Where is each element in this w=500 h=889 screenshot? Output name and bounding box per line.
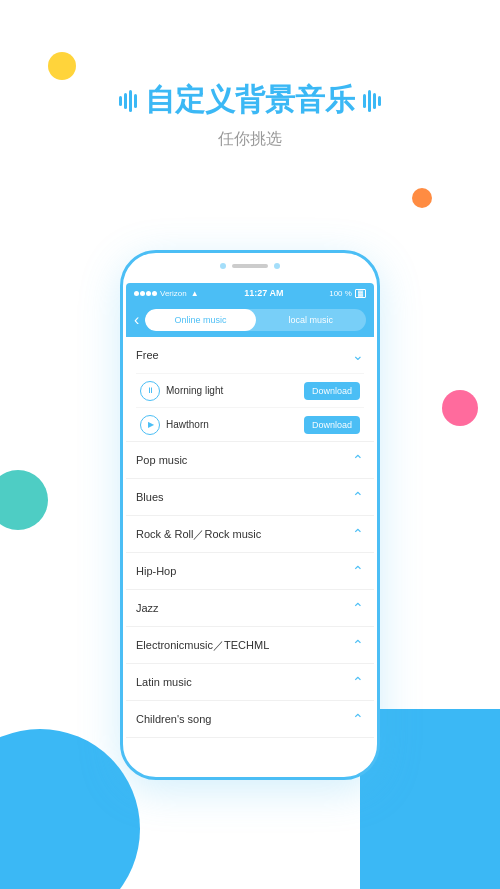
category-children: Children's song⌃ — [126, 701, 374, 738]
back-button[interactable]: ‹ — [134, 311, 139, 329]
wave-left-icon — [119, 90, 137, 112]
tab-online-music[interactable]: Online music — [145, 309, 255, 331]
deco-blue-rect — [360, 709, 500, 889]
status-bar: Verizon ▲ 11:27 AM 100 % ▓ — [126, 283, 374, 303]
chevron-icon-hiphop: ⌃ — [352, 563, 364, 579]
status-left: Verizon ▲ — [134, 288, 199, 298]
category-header-pop[interactable]: Pop music⌃ — [136, 442, 364, 478]
chevron-icon-free: ⌄ — [352, 347, 364, 363]
category-name-electronic: Electronicmusic／TECHML — [136, 638, 269, 653]
tab-local-music[interactable]: local music — [256, 309, 366, 331]
category-name-rock: Rock & Roll／Rock music — [136, 527, 261, 542]
chevron-icon-blues: ⌃ — [352, 489, 364, 505]
song-name-morning-light: Morning light — [166, 385, 304, 396]
chevron-icon-jazz: ⌃ — [352, 600, 364, 616]
category-name-free: Free — [136, 349, 159, 361]
battery-icon: ▓ — [355, 289, 366, 298]
category-header-electronic[interactable]: Electronicmusic／TECHML⌃ — [136, 627, 364, 663]
play-button-hawthorn[interactable]: ▶ — [140, 415, 160, 435]
category-rock: Rock & Roll／Rock music⌃ — [126, 516, 374, 553]
category-header-latin[interactable]: Latin music⌃ — [136, 664, 364, 700]
category-hiphop: Hip-Hop⌃ — [126, 553, 374, 590]
wifi-icon: ▲ — [191, 289, 199, 298]
category-jazz: Jazz⌃ — [126, 590, 374, 627]
deco-blue-large-circle — [0, 729, 140, 889]
nav-tabs: Online music local music — [145, 309, 366, 331]
song-row-hawthorn: ▶HawthornDownload — [136, 407, 364, 441]
category-name-jazz: Jazz — [136, 602, 159, 614]
header-section: 自定义背景音乐 任你挑选 — [0, 80, 500, 150]
signal-dots — [134, 288, 158, 298]
chevron-icon-electronic: ⌃ — [352, 637, 364, 653]
download-button-morning-light[interactable]: Download — [304, 382, 360, 400]
header-title: 自定义背景音乐 — [0, 80, 500, 121]
title-text: 自定义背景音乐 — [145, 80, 355, 121]
wave-right-icon — [363, 90, 381, 112]
category-header-blues[interactable]: Blues⌃ — [136, 479, 364, 515]
nav-bar: ‹ Online music local music — [126, 303, 374, 337]
phone-speaker — [232, 264, 268, 268]
deco-teal-circle — [0, 470, 48, 530]
phone-screen: Verizon ▲ 11:27 AM 100 % ▓ ‹ Online musi… — [126, 283, 374, 747]
category-electronic: Electronicmusic／TECHML⌃ — [126, 627, 374, 664]
chevron-icon-pop: ⌃ — [352, 452, 364, 468]
chevron-icon-children: ⌃ — [352, 711, 364, 727]
status-right: 100 % ▓ — [329, 289, 366, 298]
download-button-hawthorn[interactable]: Download — [304, 416, 360, 434]
chevron-icon-latin: ⌃ — [352, 674, 364, 690]
carrier-label: Verizon — [160, 289, 187, 298]
category-header-hiphop[interactable]: Hip-Hop⌃ — [136, 553, 364, 589]
pause-button-morning-light[interactable]: ⏸ — [140, 381, 160, 401]
category-pop: Pop music⌃ — [126, 442, 374, 479]
chevron-icon-rock: ⌃ — [352, 526, 364, 542]
phone-top-bar — [220, 263, 280, 269]
deco-pink-circle — [442, 390, 478, 426]
category-name-latin: Latin music — [136, 676, 192, 688]
category-header-jazz[interactable]: Jazz⌃ — [136, 590, 364, 626]
category-name-pop: Pop music — [136, 454, 187, 466]
category-latin: Latin music⌃ — [126, 664, 374, 701]
deco-yellow-circle — [48, 52, 76, 80]
battery-label: 100 % — [329, 289, 352, 298]
music-list: Free⌄⏸Morning lightDownload▶HawthornDown… — [126, 337, 374, 747]
song-name-hawthorn: Hawthorn — [166, 419, 304, 430]
phone-dot-2 — [274, 263, 280, 269]
header-subtitle: 任你挑选 — [0, 129, 500, 150]
category-blues: Blues⌃ — [126, 479, 374, 516]
phone-frame: Verizon ▲ 11:27 AM 100 % ▓ ‹ Online musi… — [120, 250, 380, 780]
category-name-blues: Blues — [136, 491, 164, 503]
category-name-children: Children's song — [136, 713, 211, 725]
category-name-hiphop: Hip-Hop — [136, 565, 176, 577]
phone-dot-1 — [220, 263, 226, 269]
category-header-rock[interactable]: Rock & Roll／Rock music⌃ — [136, 516, 364, 552]
status-time: 11:27 AM — [244, 288, 283, 298]
category-free: Free⌄⏸Morning lightDownload▶HawthornDown… — [126, 337, 374, 442]
category-header-free[interactable]: Free⌄ — [136, 337, 364, 373]
category-header-children[interactable]: Children's song⌃ — [136, 701, 364, 737]
song-row-morning-light: ⏸Morning lightDownload — [136, 373, 364, 407]
phone-mockup: Verizon ▲ 11:27 AM 100 % ▓ ‹ Online musi… — [120, 250, 380, 780]
deco-orange-circle — [412, 188, 432, 208]
